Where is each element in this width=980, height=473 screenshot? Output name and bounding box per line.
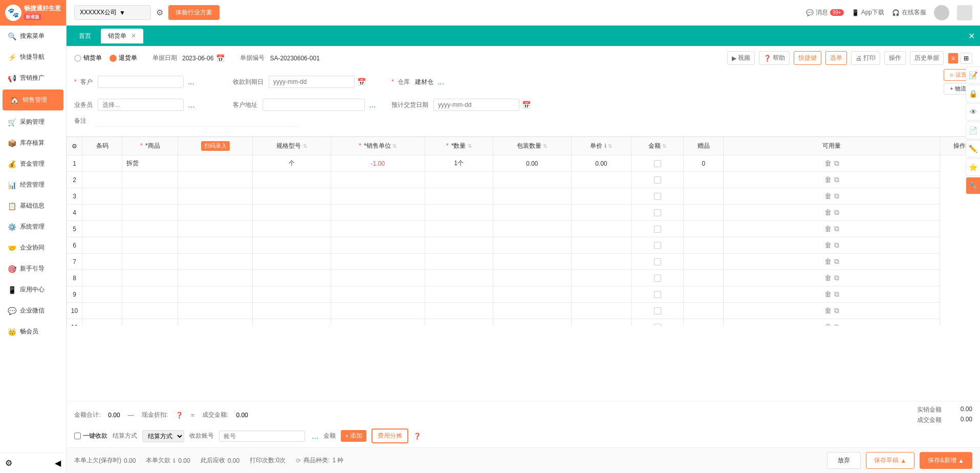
sidebar-item-basic[interactable]: 📋 基础信息 <box>0 195 66 216</box>
app-download-btn[interactable]: 📱 App下载 <box>852 8 884 17</box>
delete-icon[interactable]: 🗑 <box>824 290 832 299</box>
row-spec[interactable] <box>178 270 253 286</box>
th-scan[interactable]: 扫码录入 <box>178 137 253 155</box>
save-draft-btn[interactable]: 保存草稿 ▲ <box>866 452 914 469</box>
row-gift[interactable] <box>631 155 684 172</box>
help-circle-icon[interactable]: ❓ <box>176 412 183 419</box>
gift-checkbox[interactable] <box>654 324 661 326</box>
online-service-btn[interactable]: 🎧 在线客服 <box>892 8 926 17</box>
gift-checkbox[interactable] <box>654 226 661 233</box>
row-amount[interactable] <box>571 188 631 205</box>
row-product[interactable] <box>122 237 178 254</box>
delete-icon[interactable]: 🗑 <box>824 224 832 233</box>
scan-btn[interactable]: 扫码录入 <box>201 141 230 151</box>
due-date-calendar-icon[interactable]: 📅 <box>357 78 366 86</box>
row-qty[interactable] <box>331 270 425 286</box>
row-product[interactable] <box>122 221 178 237</box>
sidebar-item-finance[interactable]: 💰 资金管理 <box>0 153 66 174</box>
row-unit[interactable] <box>253 303 331 319</box>
row-gift[interactable] <box>631 188 684 205</box>
sidebar-item-search[interactable]: 🔍 搜索菜单 <box>0 26 66 47</box>
row-barcode[interactable] <box>82 237 122 254</box>
row-amount[interactable] <box>571 172 631 188</box>
row-price[interactable] <box>493 188 571 205</box>
expense-help-icon[interactable]: ❓ <box>413 433 421 440</box>
row-unit[interactable] <box>253 237 331 254</box>
address-more-icon[interactable]: ... <box>369 100 376 109</box>
sidebar-item-operations[interactable]: 📊 经营管理 <box>0 174 66 195</box>
sidebar-item-member[interactable]: 👑 畅会员 <box>0 321 66 342</box>
row-product[interactable] <box>122 188 178 205</box>
table-scroll[interactable]: ⚙ 条码 * *商品 扫码录入 规格型号 ⇅ <box>67 137 980 326</box>
row-spec[interactable] <box>178 286 253 303</box>
video-btn[interactable]: ▶ 视频 <box>727 51 755 65</box>
row-unit[interactable] <box>253 270 331 286</box>
sidebar-item-sales[interactable]: 🏠 销售管理 <box>3 89 63 110</box>
sidebar-item-system[interactable]: ⚙️ 系统管理 <box>0 216 66 237</box>
row-product[interactable] <box>122 205 178 221</box>
row-barcode[interactable] <box>82 188 122 205</box>
float-btn-2[interactable]: 🔒 <box>966 85 980 102</box>
row-product[interactable] <box>122 254 178 270</box>
delete-icon[interactable]: 🗑 <box>824 241 832 250</box>
customer-more-icon[interactable]: ... <box>188 77 194 86</box>
user-menu-icon[interactable] <box>957 5 972 20</box>
row-barcode[interactable] <box>82 286 122 303</box>
float-btn-6[interactable]: ⭐ <box>966 159 980 176</box>
due-date-input[interactable] <box>269 76 355 88</box>
row-pack-qty[interactable] <box>425 303 493 319</box>
copy-icon[interactable]: ⧉ <box>834 192 839 200</box>
copy-icon[interactable]: ⧉ <box>834 323 839 326</box>
row-price[interactable]: 0.00 <box>493 155 571 172</box>
copy-icon[interactable]: ⧉ <box>834 306 839 315</box>
copy-icon[interactable]: ⧉ <box>834 224 839 233</box>
message-btn[interactable]: 💬 消息 99+ <box>806 8 844 17</box>
row-price[interactable] <box>493 172 571 188</box>
expense-btn[interactable]: 费用分摊 <box>372 429 408 443</box>
delivery-calendar-icon[interactable]: 📅 <box>522 101 531 109</box>
row-amount[interactable] <box>571 319 631 326</box>
gift-checkbox[interactable] <box>654 307 661 314</box>
row-spec[interactable] <box>178 237 253 254</box>
account-input[interactable] <box>219 431 305 442</box>
avatar[interactable] <box>934 5 949 20</box>
delivery-date-input[interactable] <box>433 99 519 111</box>
row-unit[interactable] <box>253 319 331 326</box>
row-product[interactable]: 拆货 <box>122 155 178 172</box>
history-btn[interactable]: 历史单据 <box>910 51 944 65</box>
row-product[interactable] <box>122 286 178 303</box>
row-barcode[interactable] <box>82 319 122 326</box>
row-spec[interactable] <box>178 221 253 237</box>
salesperson-more-icon[interactable]: ... <box>188 100 194 109</box>
row-gift[interactable] <box>631 303 684 319</box>
row-spec[interactable] <box>178 303 253 319</box>
sidebar-settings-icon[interactable]: ⚙ <box>5 458 12 468</box>
row-gift[interactable] <box>631 221 684 237</box>
gift-checkbox[interactable] <box>654 275 661 282</box>
list-view-icon[interactable]: ≡ <box>948 53 959 64</box>
gift-checkbox[interactable] <box>654 160 661 167</box>
tab-home[interactable]: 首页 <box>72 29 98 43</box>
row-unit[interactable] <box>253 205 331 221</box>
row-pack-qty[interactable] <box>425 319 493 326</box>
row-unit[interactable] <box>253 221 331 237</box>
row-product[interactable] <box>122 303 178 319</box>
copy-icon[interactable]: ⧉ <box>834 175 839 184</box>
sidebar-item-apps[interactable]: 📱 应用中心 <box>0 279 66 300</box>
delete-icon[interactable]: 🗑 <box>824 323 832 326</box>
delete-icon[interactable]: 🗑 <box>824 175 832 184</box>
sidebar-item-guide[interactable]: 🎯 新手引导 <box>0 258 66 279</box>
row-amount[interactable] <box>571 237 631 254</box>
row-qty[interactable] <box>331 286 425 303</box>
delete-icon[interactable]: 🗑 <box>824 192 832 200</box>
row-qty[interactable] <box>331 237 425 254</box>
delete-icon[interactable]: 🗑 <box>824 208 832 217</box>
gift-checkbox[interactable] <box>654 258 661 265</box>
row-unit[interactable] <box>253 286 331 303</box>
one-click-cb[interactable] <box>74 433 81 439</box>
copy-icon[interactable]: ⧉ <box>834 257 839 266</box>
row-gift[interactable] <box>631 270 684 286</box>
sidebar-item-wechat[interactable]: 💬 企业微信 <box>0 300 66 321</box>
row-barcode[interactable] <box>82 221 122 237</box>
gift-checkbox[interactable] <box>654 193 661 200</box>
